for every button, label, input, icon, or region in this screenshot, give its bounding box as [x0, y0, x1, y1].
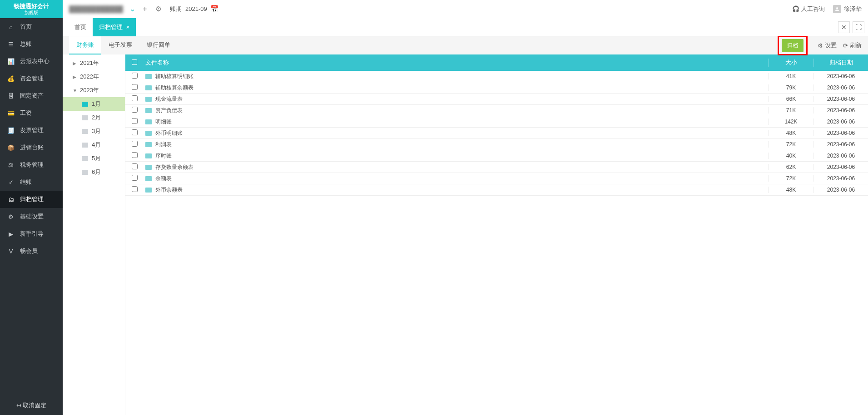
- row-checkbox[interactable]: [132, 175, 138, 181]
- sidebar-item-chart[interactable]: 📊云报表中心: [0, 53, 63, 70]
- row-checkbox[interactable]: [132, 141, 138, 147]
- ledger-icon: ☰: [7, 40, 15, 48]
- file-date: 2023-06-06: [813, 96, 868, 102]
- table-row[interactable]: 明细账142K2023-06-06: [125, 116, 868, 128]
- company-selector[interactable]: ████████████: [69, 5, 123, 13]
- tree-month[interactable]: 5月: [63, 152, 125, 165]
- sidebar-item-invoice[interactable]: 🧾发票管理: [0, 122, 63, 139]
- folder-icon: [82, 129, 88, 134]
- folder-icon: [145, 119, 152, 124]
- table-row[interactable]: 辅助核算余额表79K2023-06-06: [125, 82, 868, 94]
- tabbar: 首页归档管理 × ✕ ⛶: [63, 18, 868, 36]
- tax-icon: ⚖: [7, 161, 15, 168]
- refresh-link[interactable]: ⟳刷新: [843, 41, 862, 49]
- sidebar-item-close[interactable]: ✓结账: [0, 173, 63, 191]
- close-icon: ✓: [7, 178, 15, 186]
- sidebar-item-ledger[interactable]: ☰总账: [0, 35, 63, 53]
- folder-icon: [145, 108, 152, 113]
- gear-icon[interactable]: ⚙: [154, 5, 163, 13]
- avatar-icon[interactable]: [833, 5, 841, 13]
- table-row[interactable]: 序时账40K2023-06-06: [125, 150, 868, 162]
- table-row[interactable]: 资产负债表71K2023-06-06: [125, 105, 868, 116]
- sidebar-item-salary[interactable]: 💳工资: [0, 104, 63, 122]
- tab-label: 首页: [74, 24, 86, 30]
- row-checkbox[interactable]: [132, 73, 138, 79]
- sidebar-item-guide[interactable]: ▶新手引导: [0, 225, 63, 242]
- stock-icon: 📦: [7, 144, 15, 151]
- archive-button[interactable]: 归档: [782, 39, 804, 52]
- row-checkbox[interactable]: [132, 84, 138, 90]
- sidebar-item-tax[interactable]: ⚖税务管理: [0, 156, 63, 173]
- close-icon[interactable]: ×: [124, 24, 129, 30]
- tree-year[interactable]: ▶2021年: [63, 56, 125, 70]
- tree-month[interactable]: 1月: [63, 97, 125, 111]
- tree-month[interactable]: 6月: [63, 165, 125, 179]
- table-row[interactable]: 利润表72K2023-06-06: [125, 139, 868, 150]
- folder-icon: [82, 170, 88, 175]
- folder-icon: [145, 165, 152, 170]
- row-checkbox[interactable]: [132, 107, 138, 113]
- row-checkbox[interactable]: [132, 95, 138, 101]
- file-date: 2023-06-06: [813, 130, 868, 136]
- sidebar-item-asset[interactable]: 🗄固定资产: [0, 87, 63, 104]
- table-row[interactable]: 现金流量表66K2023-06-06: [125, 94, 868, 105]
- tree-month[interactable]: 2月: [63, 111, 125, 124]
- user-name[interactable]: 徐泽华: [844, 5, 862, 13]
- subtab-row: 财务账电子发票银行回单 归档 ⚙设置 ⟳刷新: [63, 36, 868, 54]
- row-checkbox[interactable]: [132, 118, 138, 124]
- subtab-2[interactable]: 银行回单: [139, 36, 178, 54]
- settings-link[interactable]: ⚙设置: [818, 41, 837, 49]
- table-row[interactable]: 存货数量余额表62K2023-06-06: [125, 162, 868, 173]
- tree-year[interactable]: ▼2023年: [63, 84, 125, 97]
- subtab-1[interactable]: 电子发票: [101, 36, 139, 54]
- subtab-0[interactable]: 财务账: [69, 36, 101, 54]
- tree-month[interactable]: 3月: [63, 124, 125, 138]
- sidebar-item-label: 固定资产: [20, 92, 44, 100]
- highlight-annotation: 归档: [778, 36, 808, 55]
- consult-link[interactable]: 🎧 人工咨询: [792, 5, 825, 13]
- sidebar-item-label: 总账: [20, 40, 32, 48]
- refresh-icon: ⟳: [843, 42, 848, 49]
- chevron-down-icon[interactable]: ⌄: [129, 5, 135, 13]
- row-checkbox[interactable]: [132, 163, 138, 169]
- close-tab-button[interactable]: ✕: [838, 21, 850, 33]
- row-checkbox[interactable]: [132, 186, 138, 192]
- tree-year[interactable]: ▶2022年: [63, 70, 125, 84]
- table-row[interactable]: 外币余额表48K2023-06-06: [125, 184, 868, 196]
- sidebar-item-gear[interactable]: ⚙基础设置: [0, 208, 63, 225]
- file-name: 辅助核算余额表: [155, 84, 193, 92]
- year-label: 2023年: [80, 86, 99, 94]
- table-header: 文件名称 大小 归档日期: [125, 54, 868, 71]
- month-label: 1月: [92, 100, 101, 108]
- gear-icon: ⚙: [7, 213, 15, 220]
- file-name: 辅助核算明细账: [155, 73, 193, 80]
- table-row[interactable]: 辅助核算明细账41K2023-06-06: [125, 71, 868, 82]
- tab-1[interactable]: 归档管理 ×: [93, 18, 136, 36]
- sidebar-item-home[interactable]: ⌂首页: [0, 18, 63, 35]
- file-name: 外币余额表: [155, 186, 183, 194]
- sidebar-item-archive[interactable]: 🗂归档管理: [0, 191, 63, 208]
- asset-icon: 🗄: [7, 92, 15, 99]
- row-checkbox[interactable]: [132, 129, 138, 135]
- file-name: 现金流量表: [155, 95, 183, 103]
- sidebar-item-vip[interactable]: V畅会员: [0, 242, 63, 260]
- folder-icon: [82, 143, 88, 148]
- tab-0[interactable]: 首页: [68, 18, 93, 36]
- period-value[interactable]: 2021-09: [185, 5, 207, 12]
- svg-point-0: [836, 7, 838, 9]
- select-all-checkbox[interactable]: [132, 59, 137, 65]
- table-row[interactable]: 外币明细账48K2023-06-06: [125, 128, 868, 139]
- tree-month[interactable]: 4月: [63, 138, 125, 152]
- month-label: 5月: [92, 154, 101, 163]
- folder-icon: [82, 115, 88, 120]
- row-checkbox[interactable]: [132, 152, 138, 158]
- unpin-button[interactable]: ↤ 取消固定: [0, 401, 63, 410]
- fullscreen-button[interactable]: ⛶: [853, 21, 864, 33]
- calendar-icon[interactable]: 📅: [210, 5, 219, 13]
- sidebar-item-money[interactable]: 💰资金管理: [0, 70, 63, 87]
- sidebar-item-stock[interactable]: 📦进销台账: [0, 139, 63, 156]
- plus-icon[interactable]: +: [141, 5, 149, 13]
- file-size: 66K: [768, 96, 813, 102]
- table-row[interactable]: 余额表72K2023-06-06: [125, 173, 868, 184]
- folder-icon: [145, 176, 152, 181]
